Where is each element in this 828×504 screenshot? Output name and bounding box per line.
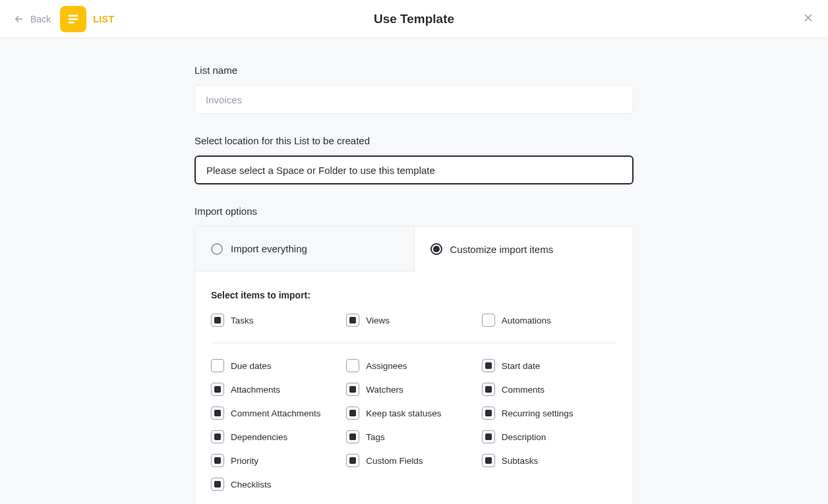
svg-rect-0: [69, 14, 78, 16]
checkbox-label: Dependencies: [231, 432, 287, 442]
checkbox-label: Checklists: [231, 480, 272, 490]
list-badge: LIST: [60, 6, 114, 32]
checkbox[interactable]: [346, 406, 359, 420]
checkbox[interactable]: [346, 430, 359, 443]
modal-header: Back LIST Use Template: [0, 0, 828, 38]
radio-import-everything[interactable]: [211, 243, 223, 255]
checkbox-label: Priority: [231, 456, 258, 466]
checkbox[interactable]: [482, 314, 495, 327]
check-item-checklists[interactable]: Checklists: [211, 478, 346, 491]
badge-label: LIST: [93, 14, 114, 24]
checkbox[interactable]: [211, 430, 224, 443]
list-name-label: List name: [194, 65, 634, 76]
checkbox-label: Recurring settings: [502, 408, 574, 418]
checkbox-label: Tags: [366, 432, 385, 442]
back-label: Back: [30, 14, 51, 24]
checkbox-label: Automations: [502, 316, 551, 325]
check-item-description[interactable]: Description: [482, 430, 617, 443]
list-name-input[interactable]: [194, 85, 634, 114]
checkbox-label: Due dates: [231, 361, 272, 371]
check-item-custom-fields[interactable]: Custom Fields: [346, 454, 481, 467]
import-everything-label: Import everything: [231, 243, 307, 254]
import-options-section: Import options Import everything Customi…: [194, 206, 634, 504]
checkbox-label: Start date: [502, 361, 541, 371]
customize-import-label: Customize import items: [450, 244, 554, 255]
close-button[interactable]: [802, 11, 815, 27]
check-item-tasks[interactable]: Tasks: [211, 314, 346, 327]
checkbox[interactable]: [211, 359, 224, 372]
checkbox[interactable]: [211, 383, 224, 396]
checkbox-label: Keep task statuses: [366, 408, 441, 418]
radio-customize-import[interactable]: [430, 243, 442, 255]
checkbox-label: Description: [502, 432, 547, 442]
location-placeholder: Please select a Space or Folder to use t…: [206, 165, 435, 176]
checkbox[interactable]: [482, 454, 495, 467]
location-label: Select location for this List to be crea…: [194, 135, 634, 146]
check-item-start-date[interactable]: Start date: [482, 359, 617, 372]
divider: [211, 343, 617, 343]
check-item-views[interactable]: Views: [346, 314, 481, 327]
checkbox[interactable]: [346, 383, 359, 396]
checkbox[interactable]: [211, 406, 224, 420]
check-item-subtasks[interactable]: Subtasks: [482, 454, 617, 467]
checkbox-grid: TasksViewsAutomationsDue datesAssigneesS…: [211, 314, 617, 491]
checkbox[interactable]: [482, 359, 495, 372]
svg-rect-2: [69, 21, 74, 23]
svg-rect-1: [69, 18, 78, 20]
page-title: Use Template: [374, 12, 454, 26]
tab-import-everything[interactable]: Import everything: [195, 227, 415, 271]
location-select[interactable]: Please select a Space or Folder to use t…: [194, 155, 634, 184]
check-item-priority[interactable]: Priority: [211, 454, 346, 467]
import-tabs: Import everything Customize import items: [195, 227, 633, 271]
check-item-due-dates[interactable]: Due dates: [211, 359, 346, 372]
check-item-recurring-settings[interactable]: Recurring settings: [482, 406, 617, 420]
back-button[interactable]: Back: [13, 13, 51, 25]
checkbox-label: Watchers: [366, 385, 403, 395]
checkbox-label: Views: [366, 316, 390, 325]
checkbox[interactable]: [482, 430, 495, 443]
checkbox[interactable]: [346, 359, 359, 372]
checkbox[interactable]: [482, 406, 495, 420]
checkbox-label: Assignees: [366, 361, 407, 371]
import-options-label: Import options: [194, 206, 634, 217]
select-items-label: Select items to import:: [211, 290, 617, 300]
check-item-tags[interactable]: Tags: [346, 430, 481, 443]
checkbox-label: Comments: [502, 385, 545, 395]
check-item-watchers[interactable]: Watchers: [346, 383, 481, 396]
checkbox[interactable]: [346, 314, 359, 327]
checkbox-label: Subtasks: [502, 456, 539, 466]
checkbox[interactable]: [482, 383, 495, 396]
tab-customize-import[interactable]: Customize import items: [415, 227, 634, 271]
checkbox[interactable]: [211, 478, 224, 491]
arrow-left-icon: [13, 13, 25, 25]
check-item-automations[interactable]: Automations: [482, 314, 617, 327]
check-item-assignees[interactable]: Assignees: [346, 359, 481, 372]
check-item-comment-attachments[interactable]: Comment Attachments: [211, 406, 346, 420]
check-item-comments[interactable]: Comments: [482, 383, 617, 396]
import-panel: Import everything Customize import items…: [194, 226, 634, 504]
check-item-dependencies[interactable]: Dependencies: [211, 430, 346, 443]
checkbox[interactable]: [211, 454, 224, 467]
checkbox[interactable]: [346, 454, 359, 467]
content-area: List name Select location for this List …: [0, 38, 828, 504]
checkbox-label: Tasks: [231, 316, 254, 325]
list-icon: [60, 6, 86, 32]
location-section: Select location for this List to be crea…: [194, 135, 634, 184]
check-item-keep-task-statuses[interactable]: Keep task statuses: [346, 406, 481, 420]
checkbox[interactable]: [211, 314, 224, 327]
close-icon: [802, 11, 815, 24]
checkbox-label: Attachments: [231, 385, 280, 395]
checkbox-label: Custom Fields: [366, 456, 423, 466]
check-item-attachments[interactable]: Attachments: [211, 383, 346, 396]
list-name-section: List name: [194, 65, 634, 114]
checkbox-label: Comment Attachments: [231, 408, 321, 418]
import-body: Select items to import: TasksViewsAutoma…: [195, 271, 633, 504]
